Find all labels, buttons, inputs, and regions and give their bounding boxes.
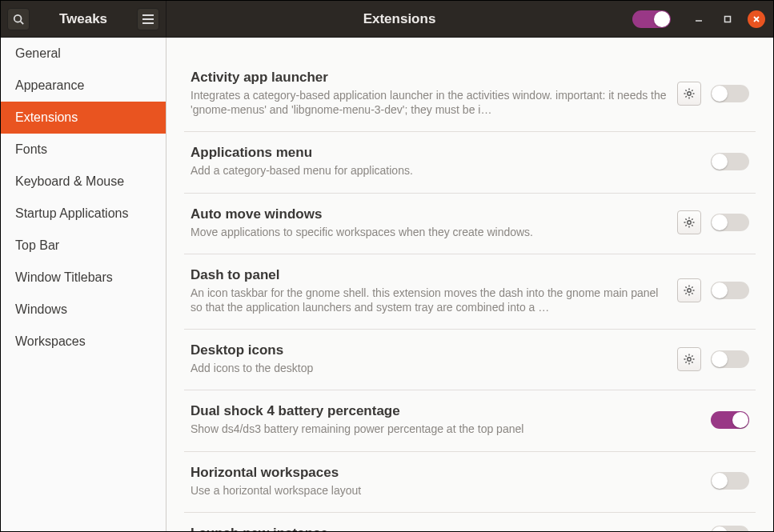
search-button[interactable] bbox=[7, 8, 30, 30]
toggle-knob bbox=[712, 282, 728, 298]
extensions-master-toggle[interactable] bbox=[632, 10, 671, 28]
sidebar-item-general[interactable]: General bbox=[1, 38, 166, 70]
maximize-icon bbox=[724, 15, 732, 23]
extension-title: Dash to panel bbox=[190, 267, 668, 283]
extension-toggle[interactable] bbox=[711, 526, 749, 531]
svg-rect-6 bbox=[725, 16, 731, 22]
minimize-icon bbox=[695, 15, 703, 23]
toggle-knob bbox=[654, 11, 670, 27]
minimize-button[interactable] bbox=[690, 10, 708, 28]
extension-title: Auto move windows bbox=[190, 206, 668, 222]
svg-point-10 bbox=[688, 221, 691, 224]
sidebar-item-startup-applications[interactable]: Startup Applications bbox=[1, 198, 166, 230]
svg-point-12 bbox=[688, 358, 691, 361]
extension-title: Desktop icons bbox=[190, 342, 668, 358]
close-button[interactable] bbox=[748, 10, 765, 28]
titlebar-right bbox=[632, 1, 773, 37]
extension-row: Desktop iconsAdd icons to the desktop bbox=[184, 330, 756, 390]
extension-title: Activity app launcher bbox=[190, 70, 668, 86]
extension-row: Applications menuAdd a category-based me… bbox=[184, 132, 756, 193]
extension-text: Launch new instance bbox=[190, 526, 701, 531]
extension-row: Dash to panelAn icon taskbar for the gno… bbox=[184, 254, 756, 330]
extension-text: Desktop iconsAdd icons to the desktop bbox=[190, 342, 668, 375]
titlebar-left: Tweaks bbox=[1, 1, 166, 37]
gear-icon bbox=[683, 87, 696, 100]
extension-settings-button[interactable] bbox=[677, 82, 701, 106]
extension-row: Activity app launcherIntegrates a catego… bbox=[184, 57, 756, 132]
extension-title: Horizontal workspaces bbox=[190, 465, 701, 481]
svg-rect-2 bbox=[142, 14, 154, 16]
extension-text: Activity app launcherIntegrates a catego… bbox=[190, 70, 668, 117]
app-window: Tweaks Extensions Gener bbox=[0, 0, 774, 532]
maximize-button[interactable] bbox=[719, 10, 736, 28]
extension-description: Add a category-based menu for applicatio… bbox=[190, 163, 701, 178]
extension-toggle[interactable] bbox=[711, 350, 749, 368]
extension-toggle[interactable] bbox=[711, 85, 749, 102]
extension-toggle[interactable] bbox=[711, 472, 749, 490]
extension-text: Applications menuAdd a category-based me… bbox=[190, 145, 701, 178]
titlebar: Tweaks Extensions bbox=[1, 1, 773, 38]
extension-row: Auto move windowsMove applications to sp… bbox=[184, 194, 756, 254]
toggle-knob bbox=[712, 473, 728, 489]
extension-settings-button[interactable] bbox=[677, 278, 701, 302]
sidebar-item-extensions[interactable]: Extensions bbox=[1, 102, 166, 134]
sidebar-item-appearance[interactable]: Appearance bbox=[1, 70, 166, 102]
svg-point-9 bbox=[688, 91, 691, 94]
toggle-knob bbox=[712, 86, 728, 102]
page-title: Extensions bbox=[363, 11, 436, 27]
sidebar-item-window-titlebars[interactable]: Window Titlebars bbox=[1, 262, 166, 294]
sidebar-item-fonts[interactable]: Fonts bbox=[1, 134, 166, 166]
extension-description: Use a horizontal workspace layout bbox=[190, 483, 701, 498]
extension-text: Auto move windowsMove applications to sp… bbox=[190, 206, 668, 239]
gear-icon bbox=[683, 284, 696, 297]
search-icon bbox=[13, 14, 24, 25]
sidebar-item-top-bar[interactable]: Top Bar bbox=[1, 230, 166, 262]
body-area: GeneralAppearanceExtensionsFontsKeyboard… bbox=[1, 38, 773, 531]
extension-toggle[interactable] bbox=[711, 282, 749, 299]
toggle-knob bbox=[732, 412, 748, 428]
extension-description: An icon taskbar for the gnome shell. thi… bbox=[190, 286, 668, 314]
hamburger-menu-button[interactable] bbox=[137, 8, 159, 30]
extension-row: Dual shock 4 battery percentageShow ds4/… bbox=[184, 390, 756, 451]
svg-line-1 bbox=[21, 21, 24, 24]
hamburger-icon bbox=[142, 14, 154, 24]
extension-toggle[interactable] bbox=[711, 411, 749, 429]
app-title: Tweaks bbox=[36, 11, 130, 27]
extension-toggle[interactable] bbox=[711, 214, 749, 231]
extension-description: Move applications to specific workspaces… bbox=[190, 225, 668, 239]
extensions-list: Activity app launcherIntegrates a catego… bbox=[166, 57, 773, 531]
extension-text: Dual shock 4 battery percentageShow ds4/… bbox=[190, 403, 701, 436]
svg-rect-3 bbox=[142, 18, 154, 20]
titlebar-center: Extensions bbox=[166, 1, 632, 37]
svg-point-0 bbox=[14, 14, 22, 22]
sidebar: GeneralAppearanceExtensionsFontsKeyboard… bbox=[1, 38, 166, 531]
gear-icon bbox=[683, 353, 696, 366]
extension-text: Horizontal workspacesUse a horizontal wo… bbox=[190, 465, 701, 498]
sidebar-item-workspaces[interactable]: Workspaces bbox=[1, 326, 166, 358]
extension-title: Applications menu bbox=[190, 145, 701, 161]
gear-icon bbox=[683, 216, 696, 229]
extension-title: Dual shock 4 battery percentage bbox=[190, 403, 701, 419]
extension-text: Dash to panelAn icon taskbar for the gno… bbox=[190, 267, 668, 314]
close-icon bbox=[752, 15, 760, 23]
extension-description: Integrates a category-based application … bbox=[190, 88, 668, 117]
svg-rect-4 bbox=[142, 22, 154, 24]
sidebar-item-keyboard-mouse[interactable]: Keyboard & Mouse bbox=[1, 166, 166, 198]
toggle-knob bbox=[712, 526, 728, 531]
content-area[interactable]: Activity app launcherIntegrates a catego… bbox=[166, 38, 773, 531]
extension-settings-button[interactable] bbox=[677, 347, 701, 371]
sidebar-item-windows[interactable]: Windows bbox=[1, 294, 166, 326]
extension-toggle[interactable] bbox=[711, 153, 749, 170]
toggle-knob bbox=[712, 214, 728, 230]
toggle-knob bbox=[712, 154, 728, 170]
toggle-knob bbox=[712, 351, 728, 367]
extension-description: Add icons to the desktop bbox=[190, 361, 668, 375]
extension-row: Horizontal workspacesUse a horizontal wo… bbox=[184, 452, 756, 513]
svg-point-11 bbox=[688, 289, 691, 292]
extension-description: Show ds4/ds3 battery remaining power per… bbox=[190, 422, 701, 436]
extension-settings-button[interactable] bbox=[677, 210, 701, 234]
extension-row: Launch new instance bbox=[184, 513, 756, 531]
extension-title: Launch new instance bbox=[190, 526, 701, 531]
